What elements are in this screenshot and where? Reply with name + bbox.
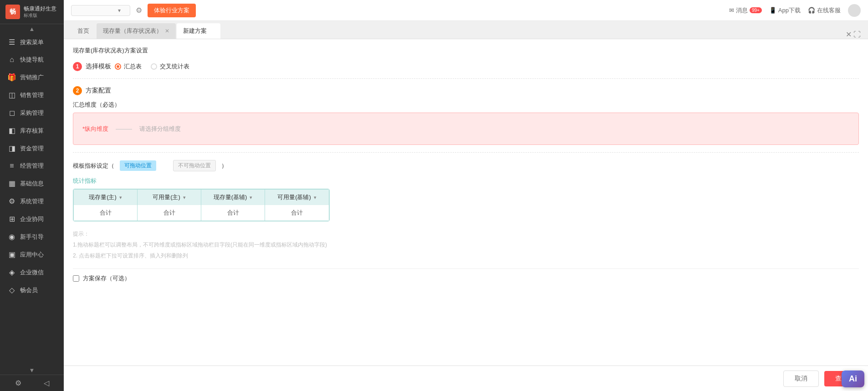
indicator-settings-label: 模板指标设定（: [73, 162, 114, 170]
topbar-search-box[interactable]: ▾: [71, 5, 130, 16]
sidebar-item-sales[interactable]: ◫ 销售管理: [0, 86, 64, 104]
phone-icon: 📱: [769, 7, 776, 14]
app-download-label: App下载: [778, 6, 801, 15]
message-item[interactable]: ✉ 消息 99+: [729, 6, 762, 15]
stats-title: 统计指标: [73, 177, 859, 185]
tab-inventory-status-label: 现存量（库存状况表）: [103, 27, 162, 35]
wechat-icon: ◈: [7, 268, 16, 277]
app-name: 畅康通好生意: [24, 5, 56, 13]
user-avatar[interactable]: [848, 4, 861, 17]
sidebar-item-label: 基础信息: [20, 180, 44, 188]
topbar-settings-icon[interactable]: ⚙: [136, 6, 142, 15]
tab-new-scheme-label: 新建方案: [183, 27, 207, 35]
purchase-icon: ◻: [7, 108, 16, 117]
tab-expand-icon[interactable]: ⛶: [853, 31, 861, 39]
sidebar-item-finance[interactable]: ◨ 资金管理: [0, 139, 64, 157]
content-area: 现存量(库存状况表)方案设置 1 选择模板 汇总表 交叉统计表: [64, 39, 868, 365]
stats-col-header-1[interactable]: 现存量(主) ▾: [74, 190, 138, 205]
dimension-box[interactable]: *纵向维度 —— 请选择分组维度: [73, 113, 859, 145]
main-area: ▾ ⚙ 体验行业方案 ✉ 消息 99+ 📱 App下载 🎧 在线客服 首页: [64, 0, 868, 391]
template-summary-label: 汇总表: [124, 62, 142, 71]
stats-col-header-2[interactable]: 可用量(主) ▾: [138, 190, 201, 205]
dimension-separator: ——: [116, 124, 132, 134]
app-center-icon: ▣: [7, 250, 16, 259]
message-icon: ✉: [729, 7, 734, 14]
sidebar-item-enterprise[interactable]: ⊞ 企业协同: [0, 210, 64, 228]
stats-col-header-4[interactable]: 可用量(基辅) ▾: [265, 190, 329, 205]
tips-title: 提示：: [73, 231, 89, 237]
indicator-settings-suffix: [162, 162, 168, 170]
sidebar-item-label: 经营管理: [20, 162, 44, 170]
stats-col4-label: 可用量(基辅): [277, 193, 311, 201]
headset-icon: 🎧: [808, 7, 815, 14]
dimension-placeholder-text: 请选择分组维度: [139, 125, 181, 133]
dimension-subsection: 汇总维度（必选） *纵向维度 —— 请选择分组维度: [73, 101, 859, 145]
tab-home-label: 首页: [77, 27, 89, 35]
tab-new-scheme-close-icon[interactable]: ✕: [209, 28, 214, 34]
tips-section: 提示： 1.拖动标题栏可以调整布局，不可跨维度或指标区域拖动栏目字段(只能在同一…: [73, 228, 859, 261]
inventory-icon: ◧: [7, 126, 16, 135]
sidebar-item-label: 畅会员: [20, 286, 38, 294]
sidebar-item-quick-nav[interactable]: ⌂ 快捷导航: [0, 51, 64, 68]
sidebar-item-inventory[interactable]: ◧ 库存核算: [0, 122, 64, 139]
tab-inventory-status[interactable]: 现存量（库存状况表） ✕: [97, 23, 176, 39]
sidebar-item-label: 企业微信: [20, 268, 44, 277]
tab-inventory-close-icon[interactable]: ✕: [165, 28, 169, 34]
template-option-cross[interactable]: 交叉统计表: [151, 62, 189, 71]
sidebar-item-purchase[interactable]: ◻ 采购管理: [0, 104, 64, 122]
sidebar-item-app-center[interactable]: ▣ 应用中心: [0, 246, 64, 263]
newbie-icon: ◉: [7, 232, 16, 241]
sidebar-item-label: 系统管理: [20, 197, 44, 206]
sidebar-item-newbie[interactable]: ◉ 新手引导: [0, 228, 64, 246]
stats-cell-4: 合计: [265, 205, 329, 221]
radio-summary-dot: [117, 65, 119, 68]
template-cross-label: 交叉统计表: [160, 62, 189, 71]
sidebar-scroll-up[interactable]: ▲: [0, 24, 64, 33]
message-label: 消息: [736, 6, 748, 15]
topbar: ▾ ⚙ 体验行业方案 ✉ 消息 99+ 📱 App下载 🎧 在线客服: [64, 0, 868, 21]
section1-title: 选择模板: [86, 62, 111, 71]
sidebar-item-basic-info[interactable]: ▦ 基础信息: [0, 175, 64, 192]
sidebar-item-label: 库存核算: [20, 127, 44, 135]
sidebar-item-member[interactable]: ◇ 畅会员: [0, 281, 64, 299]
page-title: 现存量(库存状况表)方案设置: [73, 46, 859, 55]
sidebar-bottom: ⚙ ◁: [0, 375, 64, 391]
dimension-label: 汇总维度（必选）: [73, 101, 859, 109]
sidebar-item-search-menu[interactable]: ☰ 搜索菜单: [0, 33, 64, 51]
trial-button[interactable]: 体验行业方案: [148, 4, 196, 17]
search-dropdown-icon[interactable]: ▾: [118, 7, 121, 14]
operations-icon: ≡: [7, 162, 16, 170]
app-download-item[interactable]: 📱 App下载: [769, 6, 801, 15]
ai-fab-button[interactable]: Ai: [842, 370, 864, 387]
app-icon: 畅: [5, 5, 20, 19]
online-service-item[interactable]: 🎧 在线客服: [808, 6, 841, 15]
cancel-button[interactable]: 取消: [783, 370, 819, 387]
enterprise-icon: ⊞: [7, 215, 16, 223]
sidebar-item-label: 搜索菜单: [20, 38, 44, 46]
sidebar-item-operations[interactable]: ≡ 经营管理: [0, 157, 64, 175]
section-divider-1: [73, 78, 859, 79]
stats-col-header-3[interactable]: 现存量(基辅) ▾: [201, 190, 265, 205]
tab-new-scheme[interactable]: 新建方案 ✕: [177, 23, 220, 39]
search-input[interactable]: [75, 7, 116, 14]
indicator-fixed-tag: 不可拖动位置: [173, 160, 216, 171]
topbar-right: ✉ 消息 99+ 📱 App下载 🎧 在线客服: [729, 4, 861, 17]
search-menu-icon: ☰: [7, 38, 16, 46]
save-option-checkbox[interactable]: [73, 275, 79, 282]
gift-icon: 🎁: [7, 73, 16, 82]
sidebar: 畅 畅康通好生意 标准版 ▲ ☰ 搜索菜单 ⌂ 快捷导航 🎁 营销推广 ◫ 销售…: [0, 0, 64, 391]
tab-close-all-icon[interactable]: ✕: [846, 30, 852, 39]
tab-home[interactable]: 首页: [71, 23, 96, 39]
sidebar-item-marketing[interactable]: 🎁 营销推广: [0, 68, 64, 86]
member-icon: ◇: [7, 286, 16, 294]
sidebar-item-system[interactable]: ⚙ 系统管理: [0, 192, 64, 210]
sidebar-item-label: 应用中心: [20, 251, 44, 259]
template-option-summary[interactable]: 汇总表: [115, 62, 142, 71]
sidebar-item-wechat[interactable]: ◈ 企业微信: [0, 263, 64, 281]
settings-btn[interactable]: ⚙: [15, 379, 21, 387]
section1-number: 1: [73, 62, 82, 71]
sound-btn[interactable]: ◁: [44, 379, 49, 387]
app-edition: 标准版: [24, 12, 56, 19]
sidebar-scroll-down[interactable]: ▼: [0, 365, 64, 375]
system-icon: ⚙: [7, 197, 16, 206]
